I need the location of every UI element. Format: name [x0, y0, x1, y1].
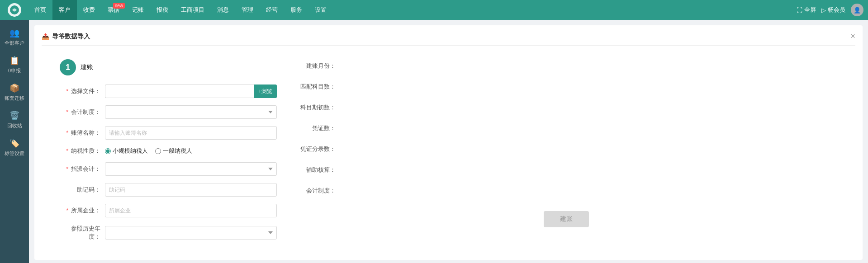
sidebar-item-tags[interactable]: 🏷️ 标签设置 — [0, 134, 29, 161]
subject-init-row: 科目期初数： — [295, 101, 837, 114]
nav-bills[interactable]: 票据 new — [101, 0, 126, 20]
nav-message[interactable]: 消息 — [211, 0, 235, 20]
memo-row: 助记码： — [60, 183, 277, 197]
fullscreen-icon: ⛶ — [797, 7, 802, 14]
auxiliary-label: 辅助核算： — [295, 166, 336, 174]
nav-tax[interactable]: 报税 — [150, 0, 175, 20]
main-area: 📤 导爷数据导入 × 1 建账 — [29, 20, 868, 263]
browse-button[interactable]: +浏览 — [254, 85, 277, 98]
member-btn[interactable]: ▷ 畅会员 — [821, 6, 845, 14]
auxiliary-row: 辅助核算： — [295, 163, 837, 177]
report-icon: 📋 — [9, 56, 19, 66]
subject-init-label: 科目期初数： — [295, 103, 336, 112]
new-badge: new — [113, 3, 125, 9]
history-row: 参照历史年度： — [60, 225, 277, 241]
tax-row: * 纳税性质： 小规模纳税人 一般纳税人 — [60, 147, 277, 155]
match-subject-label: 匹配科目数： — [295, 83, 336, 91]
accounting-system-label: 会计制度： — [295, 187, 336, 195]
nav-operation[interactable]: 经营 — [260, 0, 284, 20]
migrate-icon: 📦 — [9, 83, 19, 93]
user-avatar[interactable]: 👤 — [851, 4, 863, 16]
file-input[interactable] — [105, 85, 254, 98]
play-icon: ▷ — [821, 7, 826, 14]
nav-manage[interactable]: 管理 — [235, 0, 260, 20]
logo-circle — [8, 3, 21, 17]
form-right: 建账月份： 匹配科目数： 科目期初数： 凭证数： — [277, 59, 837, 248]
page-header: 📤 导爷数据导入 — [42, 33, 855, 46]
accountant-select[interactable] — [105, 162, 277, 176]
accountant-row: * 指派会计： — [60, 162, 277, 176]
voucher-records-label: 凭证分录数： — [295, 145, 336, 153]
sidebar-item-trash[interactable]: 🗑️ 回收站 — [0, 106, 29, 134]
sidebar-item-all-customers[interactable]: 👥 全部客户 — [0, 23, 29, 51]
sidebar-item-migration[interactable]: 📦 账套迁移 — [0, 79, 29, 106]
accounting-label: * 会计制度： — [60, 108, 100, 116]
nav-customer[interactable]: 客户 — [52, 0, 77, 20]
trash-icon: 🗑️ — [9, 111, 19, 121]
sidebar-item-declaration[interactable]: 📋 0申报 — [0, 51, 29, 79]
tax-small-radio[interactable]: 小规模纳税人 — [105, 147, 148, 155]
page-container: 📤 导爷数据导入 × 1 建账 — [34, 25, 863, 260]
memo-input[interactable] — [105, 183, 277, 197]
section-header: 1 建账 — [60, 59, 277, 75]
accounting-select[interactable] — [105, 105, 277, 119]
form-layout: 1 建账 * 选择文件： +浏览 — [42, 55, 855, 253]
upload-icon: 📤 — [42, 33, 49, 40]
form-left: 1 建账 * 选择文件： +浏览 — [60, 59, 277, 248]
accounting-system-row: 会计制度： — [295, 184, 837, 197]
tax-general-radio[interactable]: 一般纳税人 — [155, 147, 192, 155]
nav-home[interactable]: 首页 — [28, 0, 52, 20]
tax-radio-group: 小规模纳税人 一般纳税人 — [105, 147, 192, 155]
step-badge: 1 — [60, 59, 76, 75]
build-month-label: 建账月份： — [295, 62, 336, 70]
logo — [5, 0, 24, 20]
fullscreen-btn[interactable]: ⛶ 全屏 — [797, 6, 816, 14]
history-select[interactable] — [105, 226, 277, 240]
top-nav: 首页 客户 收费 票据 new 记账 报税 工商项目 消息 管理 经营 服务 设… — [0, 0, 868, 20]
sidebar: 👥 全部客户 📋 0申报 📦 账套迁移 🗑️ 回收站 🏷️ 标签设置 — [0, 20, 29, 263]
tax-label: * 纳税性质： — [60, 147, 100, 155]
close-button[interactable]: × — [850, 32, 855, 41]
page-title: 导爷数据导入 — [52, 33, 90, 41]
file-input-group: +浏览 — [105, 85, 277, 98]
nav-right: ⛶ 全屏 ▷ 畅会员 👤 — [797, 4, 863, 16]
ledger-input[interactable] — [105, 126, 277, 140]
file-label: * 选择文件： — [60, 87, 100, 95]
accountant-label: * 指派会计： — [60, 165, 100, 173]
nav-settings[interactable]: 设置 — [308, 0, 333, 20]
match-subject-row: 匹配科目数： — [295, 80, 837, 94]
build-month-row: 建账月份： — [295, 59, 837, 73]
voucher-records-row: 凭证分录数： — [295, 142, 837, 156]
ledger-row: * 账簿名称： — [60, 126, 277, 140]
nav-service[interactable]: 服务 — [284, 0, 308, 20]
accounting-row: * 会计制度： — [60, 105, 277, 119]
people-icon: 👥 — [9, 28, 19, 38]
tag-icon: 🏷️ — [9, 138, 19, 148]
voucher-row: 凭证数： — [295, 122, 837, 135]
ledger-label: * 账簿名称： — [60, 129, 100, 137]
nav-fees[interactable]: 收费 — [77, 0, 101, 20]
company-row: * 所属企业： — [60, 204, 277, 217]
company-label: * 所属企业： — [60, 207, 100, 215]
layout: 👥 全部客户 📋 0申报 📦 账套迁移 🗑️ 回收站 🏷️ 标签设置 📤 导爷数… — [0, 20, 868, 263]
nav-business[interactable]: 工商项目 — [175, 0, 211, 20]
voucher-label: 凭证数： — [295, 124, 336, 132]
history-label: 参照历史年度： — [60, 225, 100, 241]
file-row: * 选择文件： +浏览 — [60, 85, 277, 98]
memo-label: 助记码： — [60, 186, 100, 194]
nav-bookkeeping[interactable]: 记账 — [126, 0, 150, 20]
company-input[interactable] — [105, 204, 277, 217]
build-account-button[interactable]: 建账 — [544, 211, 589, 227]
section-label: 建账 — [81, 63, 93, 71]
